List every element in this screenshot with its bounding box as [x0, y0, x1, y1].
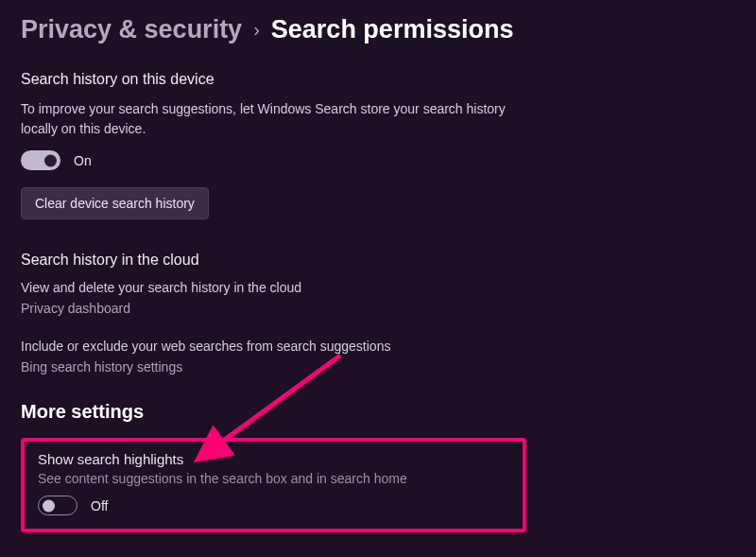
device-history-toggle-row: On	[21, 150, 735, 170]
search-highlights-setting: Show search highlights See content sugge…	[21, 438, 526, 532]
device-history-section: Search history on this device To improve…	[21, 71, 735, 252]
device-history-title: Search history on this device	[21, 71, 735, 88]
device-history-desc: To improve your search suggestions, let …	[21, 99, 512, 139]
breadcrumb: Privacy & security › Search permissions	[21, 15, 735, 44]
cloud-include-desc: Include or exclude your web searches fro…	[21, 339, 735, 354]
bing-settings-block: Include or exclude your web searches fro…	[21, 339, 735, 374]
clear-history-button[interactable]: Clear device search history	[21, 187, 209, 219]
more-settings-heading: More settings	[21, 401, 735, 423]
search-highlights-toggle-label: Off	[91, 498, 108, 513]
toggle-knob-icon	[43, 499, 55, 512]
device-history-toggle[interactable]	[21, 150, 60, 170]
search-highlights-toggle-row: Off	[38, 496, 509, 515]
toggle-knob-icon	[44, 154, 57, 166]
cloud-view-desc: View and delete your search history in t…	[21, 280, 735, 295]
cloud-history-title: Search history in the cloud	[21, 252, 735, 269]
chevron-right-icon: ›	[253, 19, 260, 41]
search-highlights-title: Show search highlights	[38, 451, 509, 467]
device-history-toggle-label: On	[74, 153, 92, 168]
breadcrumb-current: Search permissions	[271, 15, 514, 44]
breadcrumb-parent[interactable]: Privacy & security	[21, 15, 242, 44]
privacy-dashboard-block: View and delete your search history in t…	[21, 280, 735, 316]
search-highlights-toggle[interactable]	[38, 496, 77, 515]
search-highlights-desc: See content suggestions in the search bo…	[38, 471, 509, 486]
privacy-dashboard-link[interactable]: Privacy dashboard	[21, 301, 735, 316]
bing-history-link[interactable]: Bing search history settings	[21, 359, 735, 374]
cloud-history-section: Search history in the cloud View and del…	[21, 252, 735, 374]
